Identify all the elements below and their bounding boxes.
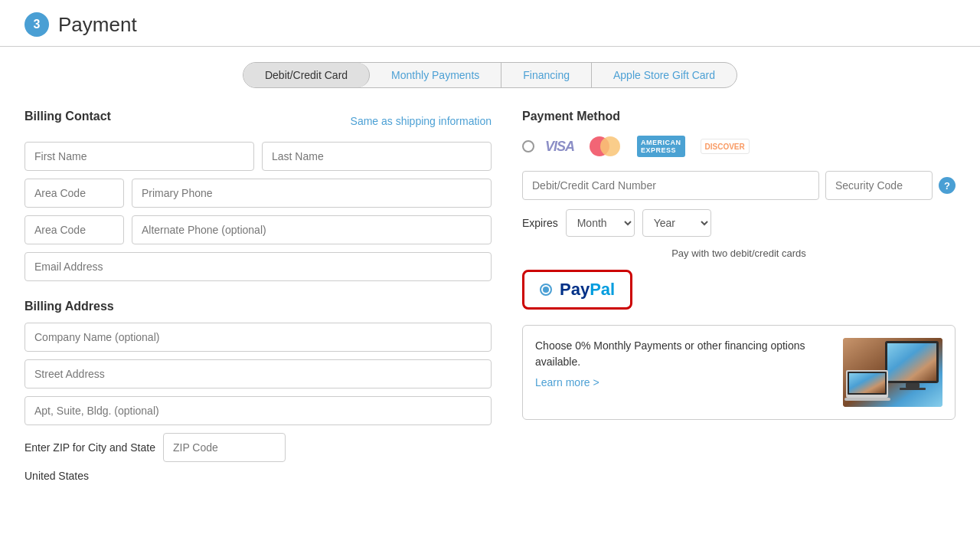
financing-banner: Choose 0% Monthly Payments or other fina…	[522, 325, 956, 420]
first-name-input[interactable]	[24, 142, 254, 171]
financing-description: Choose 0% Monthly Payments or other fina…	[535, 338, 831, 370]
tab-financing[interactable]: Financing	[501, 63, 592, 87]
tab-debit-credit[interactable]: Debit/Credit Card	[243, 63, 370, 87]
company-row	[24, 323, 492, 352]
paypal-button[interactable]: PayPal	[522, 270, 632, 310]
card-number-input[interactable]	[522, 171, 819, 200]
paypal-radio	[540, 284, 552, 296]
expires-label: Expires	[522, 217, 558, 229]
email-row	[24, 252, 492, 281]
billing-address-section: Billing Address Enter ZIP for City and S…	[24, 300, 492, 482]
right-column: Payment Method VISA AMERICANEXPRESS	[522, 110, 956, 482]
two-cards-text: Pay with two debit/credit cards	[522, 247, 956, 259]
left-column: Billing Contact Same as shipping informa…	[24, 110, 492, 482]
tab-gift-card[interactable]: Apple Store Gift Card	[592, 63, 737, 87]
svg-rect-4	[900, 388, 926, 390]
street-row	[24, 359, 492, 388]
svg-rect-3	[906, 383, 920, 388]
billing-contact-title: Billing Contact	[24, 110, 111, 123]
primary-phone-input[interactable]	[132, 179, 492, 208]
apt-input[interactable]	[24, 396, 492, 425]
card-radio[interactable]	[522, 140, 534, 152]
financing-text-block: Choose 0% Monthly Payments or other fina…	[535, 338, 831, 388]
zip-row: Enter ZIP for City and State	[24, 433, 492, 462]
payment-method-title: Payment Method	[522, 110, 956, 123]
year-select[interactable]: Year 202420252026 202720282029 2030	[642, 209, 711, 237]
card-logos-row: VISA AMERICANEXPRESS DISCOVER	[522, 134, 956, 159]
area-code-2-input[interactable]	[24, 215, 124, 244]
zip-label: Enter ZIP for City and State	[24, 441, 155, 454]
name-row	[24, 142, 492, 171]
security-code-help-icon[interactable]: ?	[939, 177, 956, 194]
tab-monthly-payments[interactable]: Monthly Payments	[370, 63, 501, 87]
mastercard-logo	[585, 134, 626, 159]
alternate-phone-input[interactable]	[132, 215, 492, 244]
amex-logo: AMERICANEXPRESS	[632, 134, 690, 159]
svg-rect-8	[844, 398, 890, 401]
card-number-row: ?	[522, 171, 956, 200]
svg-rect-2	[887, 343, 936, 381]
learn-more-link[interactable]: Learn more >	[535, 376, 599, 388]
svg-rect-7	[849, 373, 885, 393]
expires-row: Expires Month 010203 040506 070809 10111…	[522, 209, 956, 237]
primary-phone-row	[24, 179, 492, 208]
zip-input[interactable]	[163, 433, 286, 462]
page-title: Payment	[58, 13, 137, 37]
month-select[interactable]: Month 010203 040506 070809 101112	[566, 209, 635, 237]
last-name-input[interactable]	[262, 142, 492, 171]
alternate-phone-row	[24, 215, 492, 244]
visa-logo: VISA	[541, 134, 579, 159]
step-indicator: 3	[24, 12, 49, 37]
country-text: United States	[24, 470, 492, 482]
email-input[interactable]	[24, 252, 492, 281]
main-content: Debit/Credit Card Monthly Payments Finan…	[0, 47, 980, 497]
payment-tabs: Debit/Credit Card Monthly Payments Finan…	[24, 62, 956, 88]
street-input[interactable]	[24, 359, 492, 388]
form-layout: Billing Contact Same as shipping informa…	[24, 110, 956, 482]
area-code-1-input[interactable]	[24, 179, 124, 208]
billing-contact-header: Billing Contact Same as shipping informa…	[24, 110, 492, 133]
tabs-wrapper: Debit/Credit Card Monthly Payments Finan…	[243, 62, 737, 88]
paypal-logo-text: PayPal	[560, 280, 615, 300]
discover-logo: DISCOVER	[696, 134, 754, 159]
security-code-input[interactable]	[825, 171, 933, 200]
apt-row	[24, 396, 492, 425]
same-as-shipping-link[interactable]: Same as shipping information	[351, 115, 492, 127]
page-header: 3 Payment	[0, 0, 980, 47]
billing-address-title: Billing Address	[24, 300, 492, 313]
company-input[interactable]	[24, 323, 492, 352]
mac-preview-image	[843, 338, 942, 407]
